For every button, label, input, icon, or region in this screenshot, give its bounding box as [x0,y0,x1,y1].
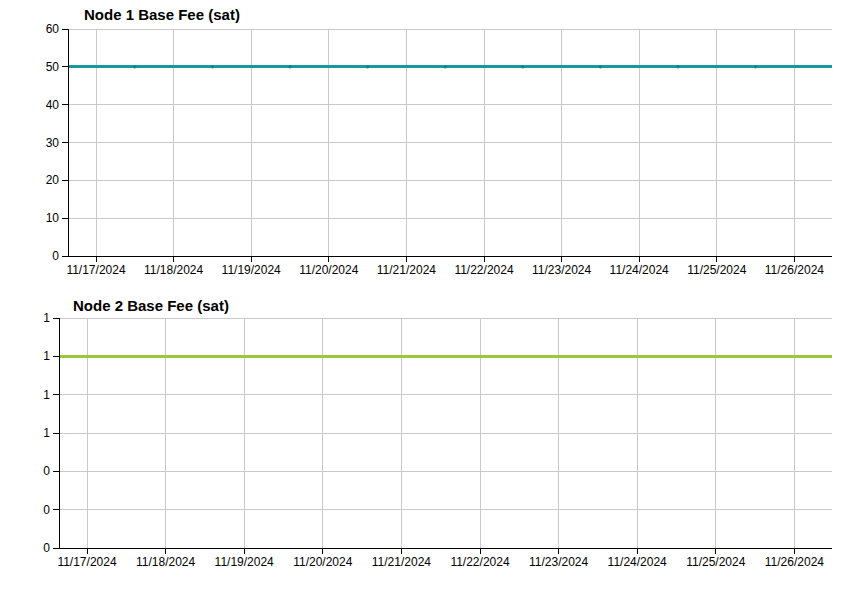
data-point-marker [133,65,136,68]
x-tick-label: 11/26/2024 [765,555,824,569]
x-tick-label: 11/26/2024 [765,263,824,277]
chart-title: Node 2 Base Fee (sat) [73,297,229,314]
x-tick-label: 11/21/2024 [377,263,436,277]
y-tick-label: 1 [43,311,50,325]
x-tick-label: 11/17/2024 [66,263,125,277]
x-tick-label: 11/18/2024 [136,555,195,569]
fee-charts-canvas: 010203040506011/17/202411/18/202411/19/2… [0,0,860,600]
fee-charts-page: 010203040506011/17/202411/18/202411/19/2… [0,0,860,600]
chart-node2: 000111111/17/202411/18/202411/19/202411/… [43,297,832,569]
x-tick-label: 11/25/2024 [686,555,745,569]
x-tick-label: 11/18/2024 [144,263,203,277]
x-tick-label: 11/19/2024 [222,263,281,277]
x-tick-label: 11/24/2024 [608,555,667,569]
x-tick-label: 11/25/2024 [687,263,746,277]
y-tick-label: 60 [46,22,60,36]
y-tick-label: 0 [43,541,50,555]
x-tick-label: 11/20/2024 [293,555,352,569]
x-tick-label: 11/22/2024 [450,555,509,569]
data-point-marker [211,65,214,68]
x-tick-label: 11/17/2024 [57,555,116,569]
data-point-marker [288,65,291,68]
data-point-marker [521,65,524,68]
y-tick-label: 50 [46,60,60,74]
data-point-marker [599,65,602,68]
y-tick-label: 10 [46,211,60,225]
y-tick-label: 1 [43,349,50,363]
y-tick-label: 0 [43,503,50,517]
y-tick-label: 1 [43,426,50,440]
chart-node1: 010203040506011/17/202411/18/202411/19/2… [46,6,832,277]
data-point-marker [754,65,757,68]
chart-title: Node 1 Base Fee (sat) [84,6,240,23]
x-tick-label: 11/20/2024 [299,263,358,277]
y-tick-label: 0 [52,249,59,263]
x-tick-label: 11/19/2024 [215,555,274,569]
x-tick-label: 11/22/2024 [454,263,513,277]
y-tick-label: 40 [46,98,60,112]
x-tick-label: 11/23/2024 [529,555,588,569]
x-tick-label: 11/21/2024 [372,555,431,569]
y-tick-label: 1 [43,388,50,402]
y-tick-label: 30 [46,136,60,150]
data-point-marker [676,65,679,68]
data-point-marker [366,65,369,68]
x-tick-label: 11/24/2024 [610,263,669,277]
y-tick-label: 20 [46,173,60,187]
y-tick-label: 0 [43,464,50,478]
x-tick-label: 11/23/2024 [532,263,591,277]
data-point-marker [444,65,447,68]
